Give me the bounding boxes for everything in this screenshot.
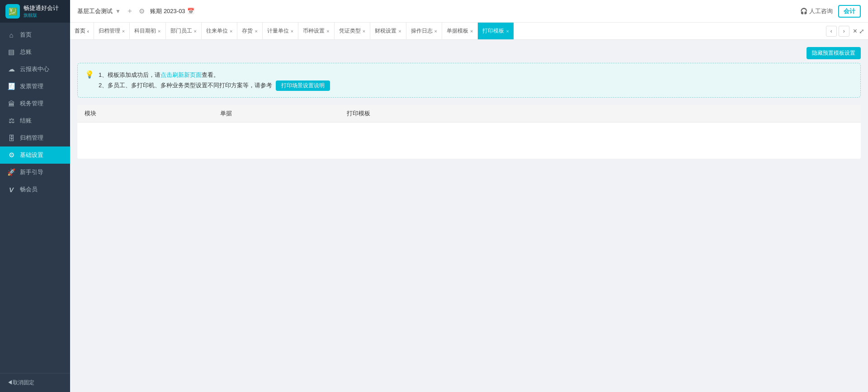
tabbar-controls: ‹ › × ⤢ bbox=[822, 23, 868, 39]
sidebar-unpin-button[interactable]: ◀取消固定 bbox=[0, 373, 70, 392]
col-bill: 单据 bbox=[220, 109, 347, 118]
close-account-icon: ⚖ bbox=[7, 117, 15, 125]
sidebar-item-archive[interactable]: 🗄 归档管理 bbox=[0, 129, 70, 146]
project-selector[interactable]: 基层工会测试 ▼ bbox=[77, 7, 121, 15]
support-button[interactable]: 🎧 人工咨询 bbox=[800, 7, 833, 15]
sidebar-item-guide[interactable]: 🚀 新手引导 bbox=[0, 164, 70, 181]
sidebar-item-member[interactable]: V 畅会员 bbox=[0, 181, 70, 198]
sidebar: 💹 畅捷通好会计 旗舰版 ⌂ 首页 ▤ 总账 ☁ 云报表中心 🧾 发票管理 🏛 … bbox=[0, 0, 70, 392]
topbar-settings-icon[interactable]: ⚙ bbox=[139, 7, 145, 15]
tab-subject[interactable]: 科目期初 × bbox=[130, 23, 165, 39]
member-icon: V bbox=[7, 186, 15, 194]
notice-line1: 1、模板添加成功后，请点击刷新新页面查看。 bbox=[99, 70, 330, 80]
invoice-icon: 🧾 bbox=[7, 82, 15, 90]
tab-dept[interactable]: 部门员工 × bbox=[166, 23, 202, 39]
table-header: 模块 单据 打印模板 bbox=[77, 105, 861, 123]
home-icon: ⌂ bbox=[7, 31, 15, 39]
tab-archive[interactable]: 归档管理 × bbox=[94, 23, 130, 39]
tab-measure[interactable]: 计量单位 × bbox=[263, 23, 298, 39]
topbar-right: 🎧 人工咨询 会计 bbox=[800, 5, 861, 18]
tab-nav-arrow: ‹ bbox=[87, 28, 89, 34]
tab-vendor[interactable]: 往来单位 × bbox=[202, 23, 237, 39]
tab-home[interactable]: 首页 ‹ bbox=[70, 23, 94, 39]
sidebar-item-close[interactable]: ⚖ 结账 bbox=[0, 112, 70, 129]
tab-close-icon[interactable]: × bbox=[158, 28, 160, 34]
expand-button[interactable]: ⤢ bbox=[859, 28, 864, 35]
col-module: 模块 bbox=[85, 109, 220, 118]
tab-prev-button[interactable]: ‹ bbox=[826, 26, 837, 37]
account-button[interactable]: 会计 bbox=[838, 5, 861, 18]
logo-text: 畅捷通好会计 旗舰版 bbox=[24, 5, 59, 18]
col-template: 打印模板 bbox=[347, 109, 854, 118]
tab-currency[interactable]: 币种设置 × bbox=[298, 23, 334, 39]
main-area: 基层工会测试 ▼ ＋ ⚙ 账期 2023-03 📅 🎧 人工咨询 会计 首页 ‹… bbox=[70, 0, 868, 392]
notice-text: 1、模板添加成功后，请点击刷新新页面查看。 2、多员工、多打印机、多种业务类型设… bbox=[99, 70, 330, 91]
notice-content: 💡 1、模板添加成功后，请点击刷新新页面查看。 2、多员工、多打印机、多种业务类… bbox=[85, 70, 853, 91]
tab-close-icon[interactable]: × bbox=[194, 28, 197, 34]
tab-close-icon[interactable]: × bbox=[122, 28, 125, 34]
tab-print-template[interactable]: 打印模板 × bbox=[478, 23, 514, 39]
headphone-icon: 🎧 bbox=[800, 8, 807, 14]
tab-next-button[interactable]: › bbox=[839, 26, 849, 37]
tab-bill-template[interactable]: 单据模板 × bbox=[442, 23, 478, 39]
guide-icon: 🚀 bbox=[7, 168, 15, 176]
tab-close-icon[interactable]: × bbox=[506, 28, 509, 34]
tab-oplog[interactable]: 操作日志 × bbox=[406, 23, 442, 39]
print-template-table: 模块 单据 打印模板 bbox=[77, 105, 861, 159]
content-area: 隐藏预置模板设置 💡 1、模板添加成功后，请点击刷新新页面查看。 2、多员工、多… bbox=[70, 40, 868, 392]
hide-preview-button[interactable]: 隐藏预置模板设置 bbox=[807, 47, 861, 59]
tab-close-all-button[interactable]: × bbox=[853, 27, 857, 35]
tab-voucher[interactable]: 凭证类型 × bbox=[335, 23, 370, 39]
logo-icon: 💹 bbox=[5, 4, 20, 19]
notice-line2: 2、多员工、多打印机、多种业务类型设置不同打印方案等，请参考 打印场景设置说明 bbox=[99, 80, 330, 91]
sidebar-item-ledger[interactable]: ▤ 总账 bbox=[0, 43, 70, 61]
tab-close-icon[interactable]: × bbox=[434, 28, 437, 34]
period-display: 账期 2023-03 📅 bbox=[150, 7, 194, 15]
tabbar: 首页 ‹ 归档管理 × 科目期初 × 部门员工 × 往来单位 × 存货 × 计量… bbox=[70, 23, 868, 40]
sidebar-nav: ⌂ 首页 ▤ 总账 ☁ 云报表中心 🧾 发票管理 🏛 税务管理 ⚖ 结账 🗄 归… bbox=[0, 23, 70, 373]
calendar-icon: 📅 bbox=[187, 8, 194, 14]
sidebar-item-home[interactable]: ⌂ 首页 bbox=[0, 26, 70, 43]
tab-close-icon[interactable]: × bbox=[326, 28, 329, 34]
print-scene-btn[interactable]: 打印场景设置说明 bbox=[276, 80, 330, 91]
notice-box: 💡 1、模板添加成功后，请点击刷新新页面查看。 2、多员工、多打印机、多种业务类… bbox=[77, 63, 861, 98]
hide-preview-area: 隐藏预置模板设置 bbox=[77, 47, 861, 59]
settings-icon: ⚙ bbox=[7, 151, 15, 159]
tab-close-icon[interactable]: × bbox=[363, 28, 365, 34]
tab-inventory[interactable]: 存货 × bbox=[237, 23, 262, 39]
sidebar-logo: 💹 畅捷通好会计 旗舰版 bbox=[0, 0, 70, 23]
tab-tax-settings[interactable]: 财税设置 × bbox=[370, 23, 406, 39]
reports-icon: ☁ bbox=[7, 65, 15, 73]
tab-close-icon[interactable]: × bbox=[230, 28, 232, 34]
sidebar-item-reports[interactable]: ☁ 云报表中心 bbox=[0, 61, 70, 78]
archive-icon: 🗄 bbox=[7, 134, 15, 142]
topbar: 基层工会测试 ▼ ＋ ⚙ 账期 2023-03 📅 🎧 人工咨询 会计 bbox=[70, 0, 868, 23]
sidebar-item-settings[interactable]: ⚙ 基础设置 bbox=[0, 146, 70, 164]
tab-close-icon[interactable]: × bbox=[398, 28, 401, 34]
add-tab-button[interactable]: ＋ bbox=[126, 6, 133, 16]
chevron-down-icon: ▼ bbox=[115, 8, 121, 14]
sidebar-item-tax[interactable]: 🏛 税务管理 bbox=[0, 95, 70, 112]
bulb-icon: 💡 bbox=[85, 70, 94, 79]
tab-close-icon[interactable]: × bbox=[255, 28, 257, 34]
tax-icon: 🏛 bbox=[7, 100, 15, 108]
table-body bbox=[77, 123, 861, 159]
ledger-icon: ▤ bbox=[7, 48, 15, 56]
refresh-link[interactable]: 点击刷新新页面 bbox=[160, 71, 202, 78]
tab-close-icon[interactable]: × bbox=[291, 28, 293, 34]
sidebar-item-invoice[interactable]: 🧾 发票管理 bbox=[0, 78, 70, 95]
tab-close-icon[interactable]: × bbox=[470, 28, 473, 34]
